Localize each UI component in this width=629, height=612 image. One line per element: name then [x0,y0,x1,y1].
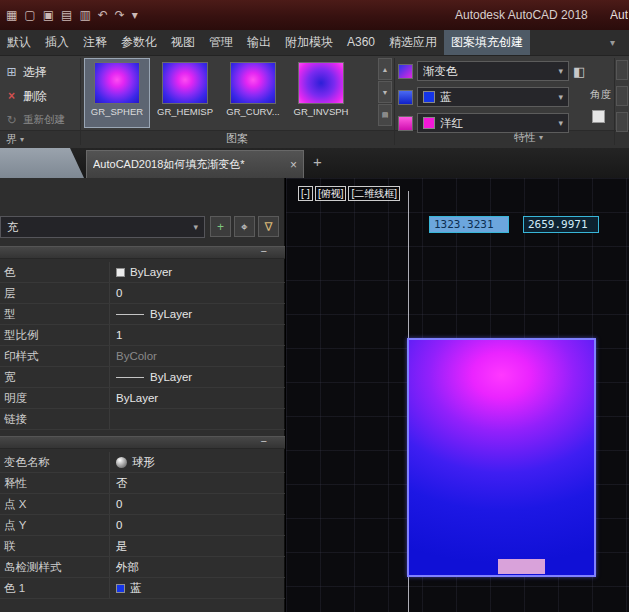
pick-points-icon: ⊞ [4,65,19,79]
property-label: 链接 [0,412,109,427]
property-label: 型 [0,307,109,322]
ribbon-tab-4[interactable]: 参数化 [114,30,164,55]
file-tab-bar: AutoCAD2018如何填充渐变色* × + [0,148,629,178]
dynamic-input-x[interactable]: 1323.3231 [429,216,509,233]
gallery-scroll-down-icon[interactable]: ▼ [378,81,392,103]
gradient-color1-icon [398,90,413,105]
gallery-expand-icon[interactable]: ▤ [378,104,392,126]
section-header-general[interactable]: − [0,246,285,259]
property-value[interactable]: 1 [109,325,285,345]
property-row: 层0 [0,283,285,304]
gradient-swatch-label: GR_SPHER [85,106,149,117]
ribbon-edge-icon-2[interactable] [616,86,628,106]
property-row: 释性否 [0,473,285,494]
new-tab-button[interactable]: + [313,153,322,170]
new-icon[interactable]: ▢ [24,0,35,30]
close-icon[interactable]: × [290,158,297,172]
ribbon-tab-6[interactable]: 管理 [202,30,240,55]
property-value[interactable]: 0 [109,494,285,514]
property-row: 色 1蓝 [0,578,285,599]
collapse-icon[interactable]: − [261,245,267,257]
hatch-type-icon [398,64,413,79]
ribbon-tab-11[interactable]: 图案填充创建 [444,30,530,55]
quick-select-button[interactable]: ∇ [258,216,279,237]
undo-icon[interactable]: ↶ [98,0,108,30]
save-icon[interactable]: ▤ [61,0,72,30]
background-file-tab[interactable] [0,148,84,178]
gallery-scroll-up-icon[interactable]: ▲ [378,58,392,80]
property-value[interactable]: 否 [109,473,285,493]
gradient-swatch-GR_INVSPH[interactable]: GR_INVSPH [288,58,354,128]
property-value[interactable]: 外部 [109,557,285,577]
viewport-controls: [-][俯视][二维线框] [298,186,400,201]
gradient-color1-dropdown[interactable]: 蓝 ▾ [417,87,569,107]
gradient-color2-value: 洋红 [440,116,463,131]
gradient-tint-icon[interactable]: ◧ [573,64,585,79]
drawing-canvas[interactable]: [-][俯视][二维线框] 1323.3231 2659.9971 [286,178,629,612]
property-value[interactable]: 0 [109,283,285,303]
gradient-swatch-GR_CURV...[interactable]: GR_CURV... [220,58,286,128]
ribbon-tab-5[interactable]: 视图 [164,30,202,55]
gradient-swatch-GR_SPHER[interactable]: GR_SPHER [84,58,150,128]
gradient-color2-dropdown[interactable]: 洋红 ▾ [417,113,569,133]
property-value[interactable]: 是 [109,536,285,556]
property-value[interactable]: ByLayer [109,388,285,408]
select-objects-button[interactable]: ⌖ [234,216,255,237]
chevron-down-icon: ▾ [558,66,563,76]
property-value[interactable]: ByLayer [109,367,285,387]
viewport-control-2[interactable]: [俯视] [315,186,347,201]
redo-icon[interactable]: ↷ [115,0,125,30]
ribbon-edge-icon-1[interactable] [616,60,628,80]
viewport-control-1[interactable]: [-] [298,186,313,201]
property-value[interactable]: ByLayer [109,304,285,324]
property-label: 变色名称 [0,455,109,470]
chevron-down-icon: ▾ [20,131,24,148]
property-label: 色 [0,265,109,280]
ribbon-edge-icon-3[interactable] [616,112,628,132]
property-label: 印样式 [0,349,109,364]
property-value[interactable] [109,409,285,429]
property-value[interactable]: ByColor [109,346,285,366]
gradient-color2-row: 洋红 ▾ [398,112,569,134]
property-value[interactable]: 蓝 [109,578,285,598]
ribbon-tab-9[interactable]: A360 [340,30,382,55]
file-tab-active[interactable]: AutoCAD2018如何填充渐变色* × [86,150,304,178]
button-label: 删除 [23,88,47,105]
button-label: 选择 [23,64,47,81]
ribbon-tab-2[interactable]: 插入 [38,30,76,55]
property-row: 点 Y0 [0,515,285,536]
ribbon-tab-7[interactable]: 输出 [240,30,278,55]
pickadd-toggle-button[interactable]: + [210,216,231,237]
property-value[interactable]: ByLayer [109,262,285,282]
ribbon-tab-1[interactable]: 默认 [0,30,38,55]
pattern-panel-footer[interactable]: 图案 [80,130,394,148]
property-value[interactable]: 球形 [109,452,285,472]
dynamic-input-y[interactable]: 2659.9971 [523,216,599,233]
qat-customize-icon[interactable]: ▾ [132,0,138,30]
section-header-hatch[interactable]: − [0,436,285,449]
ribbon-tab-10[interactable]: 精选应用 [382,30,444,55]
boundary-button-1[interactable]: ⊞选择 [0,60,80,84]
palette-toolbar: +⌖∇ [210,216,279,237]
ribbon-tab-8[interactable]: 附加模块 [278,30,340,55]
property-label: 型比例 [0,328,109,343]
property-value[interactable]: 0 [109,515,285,535]
selection-combobox[interactable]: 充 ▾ [0,216,205,238]
ribbon-tab-3[interactable]: 注释 [76,30,114,55]
boundaries-panel-footer[interactable]: 界 ▾ [0,130,80,148]
collapse-icon[interactable]: − [261,435,267,447]
viewport-control-3[interactable]: [二维线框] [348,186,400,201]
angle-control[interactable] [592,110,605,123]
gradient-thumbnail [230,62,276,104]
gradient-swatch-GR_HEMISP[interactable]: GR_HEMISP [152,58,218,128]
ribbon-options-caret-icon[interactable]: ▾ [610,37,615,48]
property-row: 变色名称球形 [0,452,285,473]
open-icon[interactable]: ▣ [43,0,54,30]
hatch-type-row: 渐变色 ▾ ◧ [398,60,585,82]
properties-panel-footer[interactable]: 特性 ▾ [514,130,543,145]
chevron-down-icon: ▾ [193,222,198,232]
menu-browser-icon[interactable]: ▦ [6,0,17,30]
hatch-type-dropdown[interactable]: 渐变色 ▾ [417,61,569,81]
plot-icon[interactable]: ▥ [79,0,90,30]
boundary-button-2[interactable]: ×删除 [0,84,80,108]
